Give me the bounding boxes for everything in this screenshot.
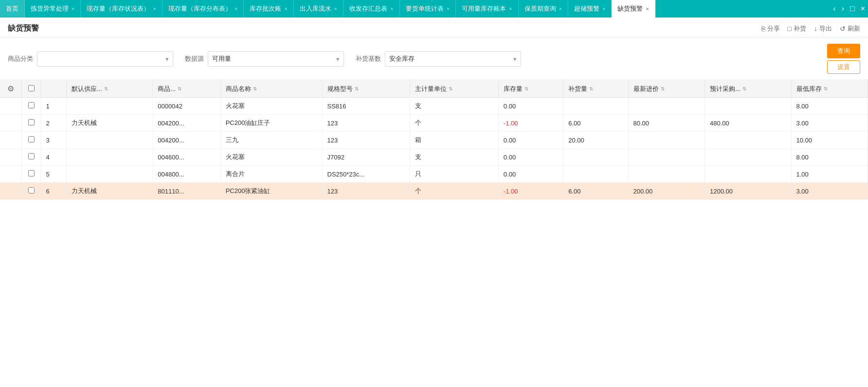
column-settings-gear-icon[interactable]: ⚙	[7, 85, 14, 93]
row-stock-qty: -1.00	[498, 183, 563, 200]
th-unit[interactable]: 主计量单位 ⇅	[410, 80, 499, 98]
sort-spec-icon: ⇅	[355, 86, 359, 91]
export-button[interactable]: ↓ 导出	[814, 24, 832, 33]
tab-label-demand-stats: 要货单统计表	[406, 4, 444, 13]
th-min-stock[interactable]: 最低库存 ⇅	[791, 80, 868, 98]
query-button[interactable]: 查询	[827, 44, 860, 58]
tab-collect-summary[interactable]: 收发存汇总表×	[344, 0, 399, 18]
tab-close-overstock-icon[interactable]: ×	[602, 6, 605, 12]
row-product-code: 0000042	[153, 98, 220, 115]
row-unit: 只	[410, 166, 499, 183]
tab-next-button[interactable]: ›	[839, 0, 847, 18]
row-checkbox[interactable]	[28, 136, 35, 142]
sort-stock-qty-icon: ⇅	[524, 86, 528, 91]
row-min-stock: 8.00	[791, 149, 868, 166]
tab-inout-flow[interactable]: 出入库流水×	[294, 0, 344, 18]
replenish-basis-label: 补货基数	[356, 54, 381, 63]
th-latest-price[interactable]: 最新进价 ⇅	[628, 80, 705, 98]
tab-abnormal[interactable]: 拣货异常处理×	[25, 0, 81, 18]
category-select[interactable]: ▾	[37, 51, 173, 67]
row-product-name: PC200张紧油缸	[220, 183, 322, 200]
replenish-button[interactable]: □ 补货	[788, 24, 806, 33]
row-checkbox[interactable]	[28, 153, 35, 159]
tab-bar: 首页拣货异常处理×现存量（库存状况表）×现存量（库存分布表）×库存批次账×出入库…	[0, 0, 868, 18]
table-row: 3004200...三九123箱0.0020.0010.00	[0, 132, 868, 149]
replenish-basis-select[interactable]: 安全库存 ▾	[385, 51, 521, 67]
row-checkbox[interactable]	[28, 102, 35, 108]
table-header-row: ⚙ 默认供应... ⇅ 商品...	[0, 80, 868, 98]
row-settings-cell	[0, 149, 21, 166]
share-icon: ⎘	[761, 25, 765, 33]
tab-close-all-button[interactable]: ×	[858, 0, 868, 18]
row-min-stock: 10.00	[791, 132, 868, 149]
row-supplier	[66, 132, 153, 149]
row-spec: J7092	[322, 149, 410, 166]
tab-expiry[interactable]: 保质期查询×	[519, 0, 568, 18]
row-min-stock: 3.00	[791, 115, 868, 132]
th-settings[interactable]: ⚙	[0, 80, 21, 98]
row-checkbox-cell	[21, 183, 41, 200]
tab-close-shortage-icon[interactable]: ×	[646, 6, 649, 12]
th-stock-qty[interactable]: 库存量 ⇅	[498, 80, 563, 98]
row-latest-price: 200.00	[628, 183, 705, 200]
row-unit: 支	[410, 98, 499, 115]
tab-demand-stats[interactable]: 要货单统计表×	[400, 0, 456, 18]
row-estimated-purchase: 480.00	[705, 115, 791, 132]
tab-home[interactable]: 首页	[0, 0, 25, 18]
tab-close-batch-account-icon[interactable]: ×	[284, 6, 287, 12]
row-replenish-qty	[563, 166, 628, 183]
th-estimated-purchase[interactable]: 预计采购... ⇅	[705, 80, 791, 98]
th-default-supplier[interactable]: 默认供应... ⇅	[66, 80, 153, 98]
header-actions: ⎘ 分享 □ 补货 ↓ 导出 ↺ 刷新	[761, 24, 860, 33]
datasource-filter-group: 数据源 可用量 ▾	[185, 51, 344, 67]
row-seq: 2	[41, 115, 66, 132]
row-checkbox[interactable]	[28, 119, 35, 125]
tab-inventory-status[interactable]: 现存量（库存状况表）×	[81, 0, 162, 18]
row-checkbox[interactable]	[28, 187, 35, 194]
row-product-name: 火花塞	[220, 149, 322, 166]
tab-label-collect-summary: 收发存汇总表	[349, 4, 387, 13]
replenish-icon: □	[788, 25, 792, 33]
row-seq: 4	[41, 149, 66, 166]
tab-close-inventory-status-icon[interactable]: ×	[153, 6, 156, 12]
tab-overstock[interactable]: 超储预警×	[568, 0, 612, 18]
tab-close-expiry-icon[interactable]: ×	[559, 6, 562, 12]
datasource-label: 数据源	[185, 54, 204, 63]
tab-close-abnormal-icon[interactable]: ×	[72, 6, 74, 12]
tab-close-demand-stats-icon[interactable]: ×	[447, 6, 450, 12]
select-all-checkbox[interactable]	[28, 85, 35, 91]
row-settings-cell	[0, 132, 21, 149]
row-replenish-qty	[563, 98, 628, 115]
row-checkbox[interactable]	[28, 170, 35, 176]
tab-label-shortage: 缺货预警	[617, 4, 643, 13]
row-unit: 个	[410, 183, 499, 200]
row-product-code: 004800...	[153, 166, 220, 183]
tab-inventory-dist[interactable]: 现存量（库存分布表）×	[163, 0, 244, 18]
tab-prev-button[interactable]: ‹	[830, 0, 838, 18]
refresh-button[interactable]: ↺ 刷新	[840, 24, 860, 33]
row-replenish-qty: 20.00	[563, 132, 628, 149]
th-checkbox	[21, 80, 41, 98]
tab-available-ledger[interactable]: 可用量库存账本×	[456, 0, 518, 18]
th-product-code[interactable]: 商品... ⇅	[153, 80, 220, 98]
row-latest-price: 80.00	[628, 115, 705, 132]
tab-close-available-ledger-icon[interactable]: ×	[509, 6, 512, 12]
tab-shortage[interactable]: 缺货预警×	[612, 0, 655, 18]
tab-close-inventory-dist-icon[interactable]: ×	[235, 6, 237, 12]
row-latest-price	[628, 132, 705, 149]
row-settings-cell	[0, 183, 21, 200]
datasource-select[interactable]: 可用量 ▾	[208, 51, 344, 67]
share-button[interactable]: ⎘ 分享	[761, 24, 780, 33]
settings-button[interactable]: 设置	[827, 60, 860, 74]
row-spec: 123	[322, 183, 410, 200]
tab-close-collect-summary-icon[interactable]: ×	[390, 6, 393, 12]
tab-controls: ‹ › □ ×	[830, 0, 868, 18]
th-replenish-qty[interactable]: 补货量 ⇅	[563, 80, 628, 98]
sort-unit-icon: ⇅	[449, 86, 452, 91]
tab-close-inout-flow-icon[interactable]: ×	[334, 6, 337, 12]
th-spec[interactable]: 规格型号 ⇅	[322, 80, 410, 98]
tab-batch-account[interactable]: 库存批次账×	[244, 0, 293, 18]
th-product-name[interactable]: 商品名称 ⇅	[220, 80, 322, 98]
tab-restore-button[interactable]: □	[847, 0, 858, 18]
table-row: 6力天机械801110...PC200张紧油缸123个-1.006.00200.…	[0, 183, 868, 200]
